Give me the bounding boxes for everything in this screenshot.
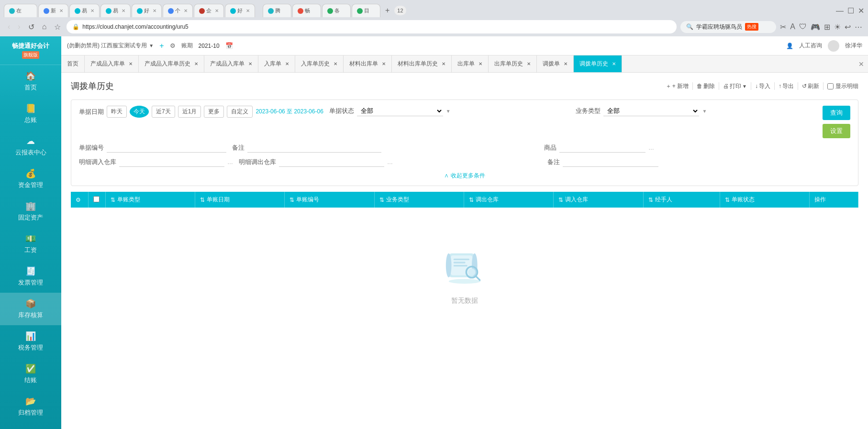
gamepad-icon[interactable]: 🎮 <box>811 22 820 32</box>
page-tab-transfer[interactable]: 调拨单 ✕ <box>537 55 574 72</box>
tab-close-icon[interactable]: ✕ <box>564 61 568 66</box>
collapse-button[interactable]: ∧ 收起更多条件 <box>444 172 485 180</box>
note-input[interactable] <box>563 157 658 167</box>
minimize-btn[interactable]: — <box>836 7 844 15</box>
browser-tab[interactable]: 在 <box>4 4 37 17</box>
theme-icon[interactable]: ☀ <box>834 22 841 32</box>
browser-tab[interactable]: 好 ✕ <box>225 4 255 17</box>
browser-tab[interactable]: 腾 <box>263 4 291 17</box>
status-select[interactable]: 全部 草稿 已审核 <box>357 106 443 116</box>
browser-tab[interactable]: 易 ✕ <box>100 4 131 17</box>
company-selector[interactable]: (勿删勿禁用) 江西服宝测试专用 ▼ <box>67 42 154 50</box>
new-button[interactable]: ＋ + 新增 <box>666 82 689 90</box>
page-tab-out-history[interactable]: 出库单历史 ✕ <box>489 55 537 72</box>
window-controls[interactable]: — ☐ ✕ <box>836 6 864 15</box>
sidebar-item-inventory[interactable]: 📦 库存核算 <box>0 293 61 325</box>
address-bar[interactable]: 🔒 https://cloud.chanjet.com/accounting/u… <box>67 20 677 33</box>
close-btn[interactable]: ✕ <box>858 6 864 15</box>
page-tab-transfer-history[interactable]: 调拨单历史 ✕ <box>574 55 622 72</box>
sidebar-item-invoice[interactable]: 🧾 发票管理 <box>0 260 61 293</box>
tab-close-icon[interactable]: ✕ <box>285 61 289 66</box>
new-tab-button[interactable]: + <box>381 4 393 17</box>
settings-gear-icon[interactable]: ⚙ <box>170 42 176 49</box>
from-warehouse-more-btn[interactable]: … <box>227 159 233 165</box>
reload-button[interactable]: ↺ <box>26 22 36 33</box>
date-custom-btn[interactable]: 自定义 <box>227 106 253 118</box>
browser-tab[interactable]: 企 ✕ <box>194 4 224 17</box>
page-tab-out[interactable]: 出库单 ✕ <box>452 55 489 72</box>
tab-close-icon[interactable]: ✕ <box>248 61 252 66</box>
tab-close-icon[interactable]: ✕ <box>194 61 198 66</box>
query-button[interactable]: 查询 <box>823 106 850 120</box>
page-tab-in-history[interactable]: 入库单历史 ✕ <box>295 55 344 72</box>
goods-input[interactable] <box>559 143 645 153</box>
tab-close-icon[interactable]: ✕ <box>334 61 337 66</box>
page-tab-material-out[interactable]: 材料出库单 ✕ <box>344 55 392 72</box>
export-button[interactable]: ↑ 导出 <box>779 82 794 90</box>
browser-search[interactable]: 🔍 学霸应聘场驱鸟员 热搜 <box>680 21 776 33</box>
print-button[interactable]: 🖨 打印 ▼ <box>723 82 747 90</box>
remark-input[interactable] <box>247 143 381 153</box>
th-checkbox[interactable] <box>88 192 105 208</box>
tab-close-icon[interactable]: ✕ <box>59 8 63 13</box>
th-date[interactable]: ⇅ 单账日期 <box>195 192 284 208</box>
from-warehouse-input[interactable] <box>119 157 224 167</box>
th-in-warehouse[interactable]: ⇅ 调入仓库 <box>554 192 643 208</box>
sidebar-item-assets[interactable]: 🏢 固定资产 <box>0 195 61 228</box>
tab-close-icon[interactable]: ✕ <box>129 61 133 66</box>
browser-tab[interactable]: 好 ✕ <box>132 4 162 17</box>
sidebar-item-salary[interactable]: 💵 工资 <box>0 228 61 260</box>
date-1month-btn[interactable]: 近1月 <box>178 106 201 118</box>
voucherno-input[interactable] <box>107 143 226 153</box>
sidebar-item-ledger[interactable]: 📒 总账 <box>0 98 61 130</box>
sidebar-item-archive[interactable]: 📂 归档管理 <box>0 390 61 423</box>
add-company-button[interactable]: + <box>159 42 164 50</box>
th-no[interactable]: ⇅ 单账编号 <box>285 192 374 208</box>
date-yesterday-btn[interactable]: 昨天 <box>107 106 127 118</box>
page-tab-home[interactable]: 首页 <box>61 55 85 72</box>
th-biztype[interactable]: ⇅ 业务类型 <box>374 192 464 208</box>
tab-close-icon[interactable]: ✕ <box>153 8 156 13</box>
tab-close-icon[interactable]: ✕ <box>246 8 250 13</box>
page-tab-in[interactable]: 入库单 ✕ <box>258 55 295 72</box>
refresh-button[interactable]: ↺ 刷新 <box>802 82 819 90</box>
delete-button[interactable]: 🗑 删除 <box>697 82 715 90</box>
tab-close-icon[interactable]: ✕ <box>184 8 188 13</box>
page-tab-finished-in2[interactable]: 产成品入库单 ✕ <box>204 55 258 72</box>
th-gear[interactable]: ⚙ <box>71 192 88 208</box>
browser-tab[interactable]: 易 ✕ <box>69 4 100 17</box>
grid-icon[interactable]: ⊞ <box>824 22 830 32</box>
th-status[interactable]: ⇅ 单账状态 <box>720 192 810 208</box>
th-out-warehouse[interactable]: ⇅ 调出仓库 <box>464 192 554 208</box>
scissors-icon[interactable]: ✂ <box>780 22 786 32</box>
sidebar-item-report[interactable]: ☁ 云报表中心 <box>0 130 61 163</box>
calendar-icon[interactable]: 📅 <box>225 42 233 49</box>
import-button[interactable]: ↓ 导入 <box>755 82 770 90</box>
tab-close-icon[interactable]: ✕ <box>90 8 94 13</box>
to-warehouse-input[interactable] <box>279 157 384 167</box>
tab-close-icon[interactable]: ✕ <box>382 61 386 66</box>
goods-more-btn[interactable]: … <box>648 144 654 151</box>
biztype-select[interactable]: 全部 <box>603 106 699 116</box>
tab-close-icon[interactable]: ✕ <box>612 61 616 66</box>
browser-tab[interactable]: 畅 <box>292 4 321 17</box>
sidebar-item-settings[interactable]: ⚙ 基础设置 <box>0 423 61 429</box>
page-tab-material-out-history[interactable]: 材料出库单历史 ✕ <box>392 55 452 72</box>
settings-button[interactable]: 设置 <box>823 124 850 138</box>
translate-icon[interactable]: A <box>790 22 795 31</box>
shield-icon[interactable]: 🛡 <box>799 22 807 31</box>
sidebar-item-home[interactable]: 🏠 首页 <box>0 65 61 98</box>
browser-tab[interactable]: 各 <box>322 4 351 17</box>
date-more-btn[interactable]: 更多 <box>204 106 224 118</box>
to-warehouse-more-btn[interactable]: … <box>387 159 393 165</box>
history-icon[interactable]: ↩ <box>845 22 851 32</box>
th-type[interactable]: ⇅ 单账类型 <box>105 192 195 208</box>
select-all-checkbox[interactable] <box>93 196 100 202</box>
browser-tab[interactable]: 新 ✕ <box>38 4 68 17</box>
tab-close-icon[interactable]: ✕ <box>442 61 445 66</box>
maximize-btn[interactable]: ☐ <box>847 6 854 15</box>
th-handler[interactable]: ⇅ 经手人 <box>643 192 720 208</box>
more-icon[interactable]: ⋯ <box>855 22 862 32</box>
close-all-button[interactable]: ✕ <box>855 57 868 71</box>
sidebar-item-finance[interactable]: 💰 资金管理 <box>0 163 61 195</box>
